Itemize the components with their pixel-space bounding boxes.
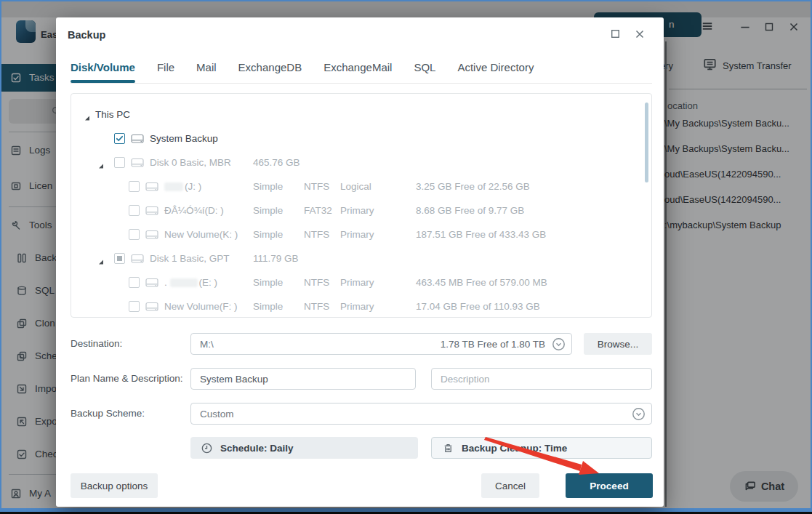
tree-col-fs: NTFS: [304, 270, 329, 294]
disk-icon: [145, 301, 158, 314]
schedule-button[interactable]: Schedule: Daily: [190, 437, 418, 459]
tree-col-size: 465.76 GB: [253, 150, 300, 174]
backup-scheme-value: Custom: [200, 409, 234, 419]
clock-icon: [201, 442, 213, 454]
tree-row[interactable]: This PC: [71, 103, 651, 127]
tree-item-name: Disk 1 Basic, GPT: [150, 246, 230, 270]
tree-col-free: 3.25 GB Free of 22.56 GB: [416, 174, 530, 198]
tab-exchangedb[interactable]: ExchangeDB: [238, 55, 302, 83]
tree-row[interactable]: ĐÂ¼Ó¾í(D: )SimpleFAT32Primary8.68 GB Fre…: [71, 198, 651, 222]
destination-select[interactable]: M:\ 1.78 TB Free of 1.80 TB: [190, 333, 572, 355]
tree-col-fs: NTFS: [304, 222, 329, 246]
expander-icon[interactable]: [84, 112, 90, 123]
disk-icon: [145, 277, 158, 290]
expander-icon[interactable]: [98, 256, 104, 267]
trash-icon: [442, 442, 454, 454]
tree-col-free: 17.04 GB Free of 110.93 GB: [416, 294, 540, 318]
screen: Ease n ery System Transfer ocation \My B…: [0, 0, 812, 514]
description-placeholder: Description: [441, 374, 490, 385]
plan-name-input[interactable]: System Backup: [190, 368, 416, 390]
disk-icon: [131, 133, 144, 146]
tree-row[interactable]: New Volume(K: )SimpleNTFSPrimary187.51 G…: [71, 222, 651, 246]
tree-col-vol_type: Simple: [253, 198, 283, 222]
plan-name-value: System Backup: [200, 374, 268, 385]
description-input[interactable]: Description: [431, 368, 652, 390]
expander-icon[interactable]: [98, 160, 104, 171]
tree-col-free: 187.51 GB Free of 433.43 GB: [416, 222, 546, 246]
dialog-tabs: Disk/VolumeFileMailExchangeDBExchangeMai…: [71, 55, 534, 83]
chevron-down-icon[interactable]: [632, 407, 646, 423]
proceed-button[interactable]: Proceed: [566, 473, 653, 498]
destination-value: M:\: [200, 339, 214, 350]
tree-col-vol_type: Simple: [253, 294, 283, 318]
tree-col-role: Logical: [340, 174, 371, 198]
tree-row[interactable]: (J: )SimpleNTFSLogical3.25 GB Free of 22…: [71, 174, 651, 198]
chevron-down-icon[interactable]: [552, 337, 566, 353]
dialog-maximize-icon[interactable]: [609, 28, 622, 43]
tree-col-vol_type: Simple: [253, 270, 283, 294]
cancel-button[interactable]: Cancel: [481, 473, 539, 498]
backup-scheme-select[interactable]: Custom: [190, 403, 652, 425]
tree-col-vol_type: Simple: [253, 222, 283, 246]
browse-button[interactable]: Browse...: [584, 333, 652, 355]
destination-label: Destination:: [71, 338, 122, 349]
backup-scheme-label: Backup Scheme:: [71, 408, 145, 419]
disk-icon: [131, 253, 144, 266]
source-tree-panel: This PCSystem BackupDisk 0 Basic, MBR465…: [71, 93, 652, 318]
schedule-label: Schedule: Daily: [220, 443, 294, 454]
tree-item-name: System Backup: [150, 127, 218, 150]
tree-col-role: Primary: [340, 198, 374, 222]
tree-col-fs: NTFS: [304, 294, 329, 318]
tab-file[interactable]: File: [157, 55, 174, 83]
row-checkbox[interactable]: [129, 205, 140, 216]
backup-cleanup-label: Backup Cleanup: Time: [462, 443, 567, 454]
scrollbar-thumb[interactable]: [645, 103, 648, 182]
tabs-divider: [71, 83, 652, 84]
tree-col-role: Primary: [340, 222, 374, 246]
tree-col-size: 111.79 GB: [253, 246, 299, 270]
disk-icon: [145, 181, 158, 194]
row-checkbox[interactable]: [114, 133, 125, 144]
tree-col-fs: FAT32: [304, 198, 332, 222]
source-tree: This PCSystem BackupDisk 0 Basic, MBR465…: [71, 94, 651, 317]
row-checkbox[interactable]: [114, 253, 125, 264]
tree-row[interactable]: New Volume(F: )SimpleNTFSPrimary17.04 GB…: [71, 294, 651, 318]
plan-name-label: Plan Name & Description:: [71, 373, 183, 384]
tree-item-name: New Volume(K: ): [164, 222, 238, 246]
tree-item-name: (J: ): [164, 174, 201, 198]
tree-col-role: Primary: [340, 270, 374, 294]
row-checkbox[interactable]: [129, 301, 140, 312]
tree-row[interactable]: Disk 1 Basic, GPT111.79 GB: [71, 246, 651, 270]
row-checkbox[interactable]: [129, 181, 140, 192]
tree-row[interactable]: Disk 0 Basic, MBR465.76 GB: [71, 150, 651, 174]
tab-active-directory[interactable]: Active Directory: [457, 55, 534, 83]
tab-disk-volume[interactable]: Disk/Volume: [71, 55, 135, 83]
tab-mail[interactable]: Mail: [196, 55, 217, 83]
tree-col-free: 463.45 MB Free of 579.00 MB: [416, 270, 547, 294]
backup-cleanup-button[interactable]: Backup Cleanup: Time: [431, 437, 652, 459]
dialog-close-icon[interactable]: [633, 28, 646, 44]
tab-sql[interactable]: SQL: [414, 55, 435, 83]
tree-item-name: Disk 0 Basic, MBR: [150, 150, 231, 174]
backup-dialog: Backup Disk/VolumeFileMailExchangeDBExch…: [56, 17, 664, 507]
redacted-name-patch: [170, 278, 198, 287]
tree-col-fs: NTFS: [304, 174, 329, 198]
tree-col-vol_type: Simple: [253, 174, 283, 198]
tab-exchangemail[interactable]: ExchangeMail: [323, 55, 392, 83]
tree-item-name: This PC: [95, 103, 130, 127]
disk-icon: [145, 205, 158, 218]
row-checkbox[interactable]: [114, 157, 125, 168]
dialog-title: Backup: [68, 29, 105, 41]
tree-row[interactable]: . (E: )SimpleNTFSPrimary463.45 MB Free o…: [71, 270, 651, 294]
tree-item-name: . (E: ): [164, 270, 217, 294]
tree-col-free: 8.68 GB Free of 9.77 GB: [416, 198, 524, 222]
destination-free-space: 1.78 TB Free of 1.80 TB: [441, 339, 545, 350]
tree-item-name: ĐÂ¼Ó¾í(D: ): [164, 198, 224, 222]
tree-col-role: Primary: [340, 294, 374, 318]
row-checkbox[interactable]: [129, 277, 140, 288]
tree-row[interactable]: System Backup: [71, 127, 651, 150]
backup-options-button[interactable]: Backup options: [71, 473, 158, 498]
disk-icon: [145, 229, 158, 242]
row-checkbox[interactable]: [129, 229, 140, 240]
redacted-name-patch: [164, 182, 183, 191]
